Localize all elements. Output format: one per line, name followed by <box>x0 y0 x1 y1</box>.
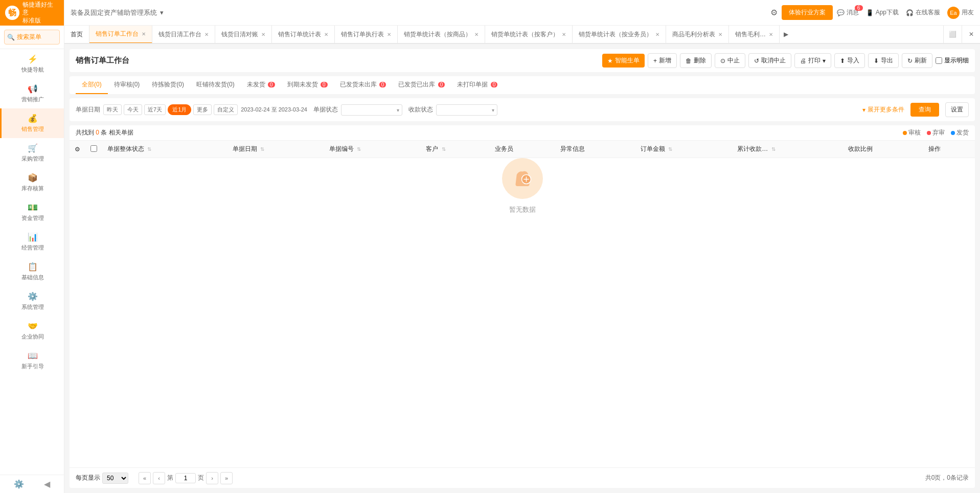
date-btn-today[interactable]: 今天 <box>124 104 142 115</box>
col-status[interactable]: 单据整体状态 ⇅ <box>102 141 227 158</box>
col-checkbox[interactable] <box>85 141 102 158</box>
smart-create-button[interactable]: ★ 智能生单 <box>602 54 645 68</box>
page-size-select[interactable]: 50 100 200 <box>102 473 128 484</box>
col-ratio[interactable]: 收款比例 <box>843 141 923 158</box>
sidebar-item-marketing[interactable]: 📢 营销推广 <box>0 79 64 108</box>
expand-filter-button[interactable]: ▾ 展开更多条件 <box>862 105 904 114</box>
date-btn-more[interactable]: 更多 <box>193 104 212 115</box>
status-select[interactable] <box>341 104 402 116</box>
settings-icon[interactable]: ⚙ <box>770 8 778 17</box>
col-amount[interactable]: 订单金额 ⇅ <box>635 141 732 158</box>
tab-close-gross-profit[interactable]: ✕ <box>718 32 722 37</box>
page-number-input[interactable] <box>175 473 196 483</box>
tab-close-order-execution[interactable]: ✕ <box>387 32 391 37</box>
tab-restore-button[interactable]: ⬜ <box>943 26 962 43</box>
export-button[interactable]: ⬇ 导出 <box>868 53 899 68</box>
sidebar-item-quick-nav[interactable]: ⚡ 快捷导航 <box>0 49 64 79</box>
chevron-down-icon[interactable]: ▾ <box>160 9 164 16</box>
payment-select[interactable] <box>436 104 497 116</box>
date-btn-custom[interactable]: 自定义 <box>214 104 238 115</box>
query-button[interactable]: 查询 <box>910 103 939 117</box>
page-last-button[interactable]: » <box>220 472 233 484</box>
sidebar-item-purchase[interactable]: 🛒 采购管理 <box>0 138 64 168</box>
date-btn-yesterday[interactable]: 昨天 <box>103 104 122 115</box>
page-first-button[interactable]: « <box>139 472 151 484</box>
tab-order-execution[interactable]: 销售订单执行表 ✕ <box>335 26 398 43</box>
col-abnormal[interactable]: 异常信息 <box>555 141 635 158</box>
select-all-checkbox[interactable] <box>90 145 97 152</box>
sub-tab-pending-review[interactable]: 待审核(0) <box>108 76 146 94</box>
tab-sales-margin[interactable]: 销售毛利… ✕ <box>729 26 780 43</box>
tab-sales-workbench[interactable]: 销售订单工作台 ✕ <box>89 26 152 43</box>
show-detail-checkbox[interactable] <box>936 57 942 64</box>
refresh-button[interactable]: ↻ 刷新 <box>902 53 932 68</box>
message-button[interactable]: 💬 消息 6 <box>837 8 859 17</box>
sidebar-item-guide[interactable]: 📖 新手引导 <box>0 346 64 375</box>
col-customer[interactable]: 客户 ⇅ <box>421 141 489 158</box>
sub-tab-pending-check[interactable]: 待拣验货(0) <box>146 76 190 94</box>
tab-close-all-button[interactable]: ✕ <box>962 26 980 43</box>
tab-home[interactable]: 首页 <box>64 26 89 43</box>
col-settings[interactable]: ⚙ <box>70 141 85 158</box>
tab-close-daily-clear[interactable]: ✕ <box>204 32 209 37</box>
tab-close-sales-by-salesperson[interactable]: ✕ <box>655 32 659 37</box>
tab-close-sales-by-product[interactable]: ✕ <box>474 32 478 37</box>
date-btn-1month[interactable]: 近1月 <box>168 104 191 115</box>
stop-button[interactable]: ⊙ 中止 <box>715 53 745 68</box>
col-date[interactable]: 单据日期 ⇅ <box>227 141 324 158</box>
online-service-button[interactable]: 🎧 在线客服 <box>906 8 940 17</box>
tab-gross-profit[interactable]: 商品毛利分析表 ✕ <box>666 26 729 43</box>
sub-tab-shipped-not-out[interactable]: 已发货未出库 0 <box>334 76 393 94</box>
sidebar-item-enterprise[interactable]: 🤝 企业协同 <box>0 316 64 346</box>
review-action-button[interactable]: 审核 <box>903 128 921 137</box>
tab-close-reconciliation[interactable]: ✕ <box>261 32 265 37</box>
tab-order-stats[interactable]: 销售订单统计表 ✕ <box>272 26 335 43</box>
sub-tab-overdue-not-shipped[interactable]: 到期未发货 0 <box>281 76 334 94</box>
sub-tab-not-printed[interactable]: 未打印单据 0 <box>451 76 504 94</box>
add-button[interactable]: + 新增 <box>648 53 677 68</box>
tab-close-sales-workbench[interactable]: ✕ <box>142 31 146 37</box>
print-button[interactable]: 🖨 打印 ▾ <box>794 53 831 68</box>
collapse-sidebar-icon[interactable]: ◀ <box>44 479 50 489</box>
setting-button[interactable]: 设置 <box>945 102 969 117</box>
page-next-button[interactable]: › <box>206 472 218 484</box>
search-menu-button[interactable]: 🔍 搜索菜单 <box>4 30 60 44</box>
col-operation[interactable]: 操作 <box>923 141 975 158</box>
tab-sales-by-product[interactable]: 销货单统计表（按商品） ✕ <box>398 26 485 43</box>
sub-tab-not-shipped[interactable]: 未发货 0 <box>241 76 281 94</box>
tab-reconciliation[interactable]: 钱货日清对账 ✕ <box>215 26 272 43</box>
sidebar-item-basic-info[interactable]: 📋 基础信息 <box>0 257 64 286</box>
sidebar-item-sales[interactable]: 💰 销售管理 <box>0 108 64 138</box>
sidebar-item-finance[interactable]: 💵 资金管理 <box>0 197 64 227</box>
topbar-right: 💬 消息 6 📱 App下载 🎧 在线客服 Ea 用友 <box>837 7 974 19</box>
col-number[interactable]: 单据编号 ⇅ <box>324 141 421 158</box>
sub-tab-wangpu-pending[interactable]: 旺铺待发货(0) <box>190 76 241 94</box>
tab-close-sales-by-customer[interactable]: ✕ <box>562 32 566 37</box>
sub-tab-all[interactable]: 全部(0) <box>76 76 108 94</box>
delete-button[interactable]: 🗑 删除 <box>680 53 712 68</box>
tab-sales-by-customer[interactable]: 销货单统计表（按客户） ✕ <box>485 26 573 43</box>
show-detail-label[interactable]: 显示明细 <box>936 56 969 65</box>
settings-bottom-icon[interactable]: ⚙️ <box>14 479 24 489</box>
tab-close-order-stats[interactable]: ✕ <box>324 32 328 37</box>
cancel-stop-button[interactable]: ↺ 取消中止 <box>748 53 791 68</box>
solution-button[interactable]: 体验行业方案 <box>782 5 833 20</box>
tab-sales-by-salesperson[interactable]: 销货单统计表（按业务员） ✕ <box>573 26 666 43</box>
import-button[interactable]: ⬆ 导入 <box>834 53 865 68</box>
sidebar-item-system[interactable]: ⚙️ 系统管理 <box>0 286 64 316</box>
sidebar-item-operations[interactable]: 📊 经营管理 <box>0 227 64 257</box>
ship-action-button[interactable]: 发货 <box>951 128 969 137</box>
user-area[interactable]: Ea 用友 <box>947 7 974 19</box>
date-btn-7days[interactable]: 近7天 <box>144 104 166 115</box>
sub-tab-shipped-out[interactable]: 已发货已出库 0 <box>392 76 451 94</box>
tab-close-sales-margin[interactable]: ✕ <box>769 32 773 37</box>
tab-more-button[interactable]: ▶ <box>780 26 792 43</box>
cancel-review-action-button[interactable]: 弃审 <box>927 128 945 137</box>
col-collected[interactable]: 累计收款… ⇅ <box>732 141 843 158</box>
tab-daily-clear[interactable]: 钱货日清工作台 ✕ <box>152 26 215 43</box>
page-prev-button[interactable]: ‹ <box>153 472 165 484</box>
sort-date-icon: ⇅ <box>260 146 264 152</box>
sidebar-item-inventory[interactable]: 📦 库存核算 <box>0 168 64 197</box>
col-salesperson[interactable]: 业务员 <box>490 141 556 158</box>
app-download-button[interactable]: 📱 App下载 <box>866 8 899 17</box>
